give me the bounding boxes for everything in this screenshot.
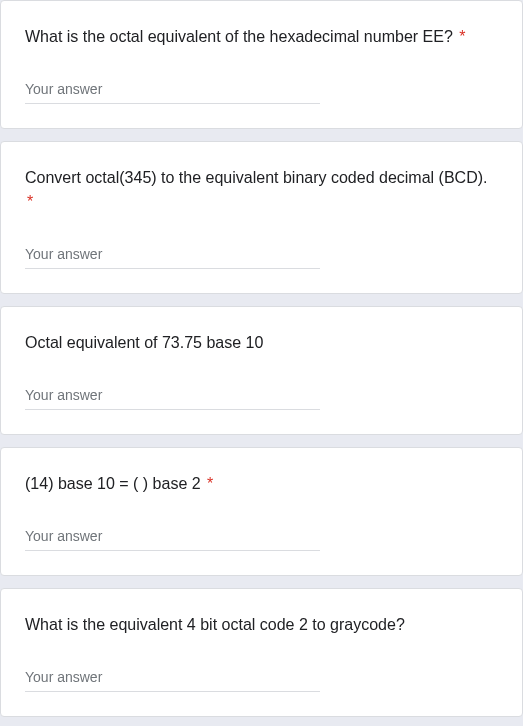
question-text-wrap: What is the octal equivalent of the hexa… bbox=[25, 25, 498, 49]
question-text-wrap: (14) base 10 = ( ) base 2 * bbox=[25, 472, 498, 496]
question-text: What is the equivalent 4 bit octal code … bbox=[25, 616, 405, 633]
answer-field-wrap bbox=[25, 665, 320, 692]
answer-input[interactable] bbox=[25, 242, 320, 269]
question-text: What is the octal equivalent of the hexa… bbox=[25, 28, 453, 45]
answer-input[interactable] bbox=[25, 77, 320, 104]
answer-input[interactable] bbox=[25, 383, 320, 410]
question-text-wrap: Octal equivalent of 73.75 base 10 bbox=[25, 331, 498, 355]
answer-field-wrap bbox=[25, 242, 320, 269]
question-card: What is the equivalent 4 bit octal code … bbox=[0, 588, 523, 717]
question-text: (14) base 10 = ( ) base 2 bbox=[25, 475, 201, 492]
answer-input[interactable] bbox=[25, 524, 320, 551]
required-marker: * bbox=[207, 475, 213, 492]
question-card: What is the octal equivalent of the hexa… bbox=[0, 0, 523, 129]
question-card: (14) base 10 = ( ) base 2 * bbox=[0, 447, 523, 576]
question-card: Octal equivalent of 73.75 base 10 bbox=[0, 306, 523, 435]
question-card: Convert octal(345) to the equivalent bin… bbox=[0, 141, 523, 294]
answer-field-wrap bbox=[25, 383, 320, 410]
answer-input[interactable] bbox=[25, 665, 320, 692]
answer-field-wrap bbox=[25, 524, 320, 551]
question-text-wrap: Convert octal(345) to the equivalent bin… bbox=[25, 166, 498, 214]
question-text-wrap: What is the equivalent 4 bit octal code … bbox=[25, 613, 498, 637]
required-marker: * bbox=[27, 193, 33, 210]
question-text: Octal equivalent of 73.75 base 10 bbox=[25, 334, 263, 351]
required-marker: * bbox=[459, 28, 465, 45]
answer-field-wrap bbox=[25, 77, 320, 104]
question-text: Convert octal(345) to the equivalent bin… bbox=[25, 169, 487, 186]
